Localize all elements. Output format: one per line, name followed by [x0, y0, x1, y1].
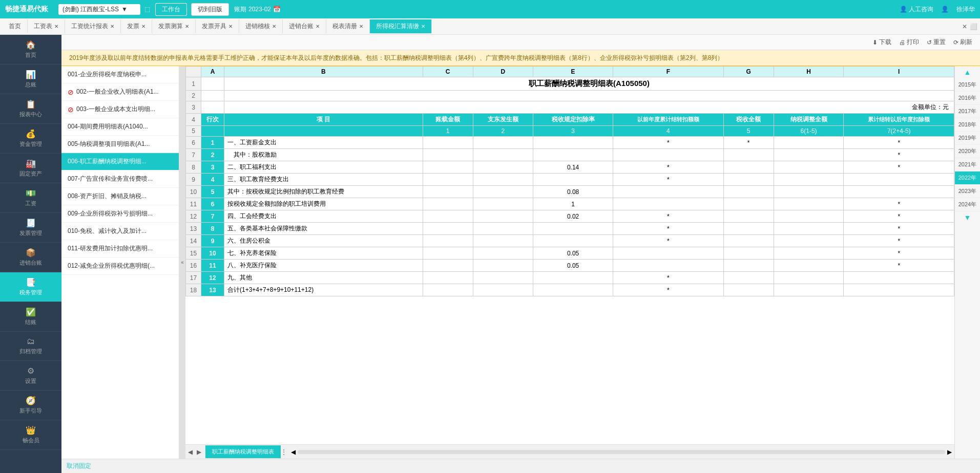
close-tab-invoice[interactable]: ✕ — [141, 24, 145, 29]
left-panel-item-007[interactable]: 007-广告宣传和业务宣传费喷... — [61, 170, 179, 188]
year-nav-down[interactable]: ▼ — [962, 211, 973, 224]
close-window-icon[interactable]: ✕ — [962, 23, 967, 30]
spread-table: A B C D E F G H I — [185, 66, 954, 296]
year-2021[interactable]: 2021年 — [955, 158, 980, 171]
year-2015[interactable]: 2015年 — [955, 78, 980, 92]
support-link[interactable]: 👤 人工咨询 — [900, 5, 933, 14]
year-2024[interactable]: 2024年 — [955, 198, 980, 211]
left-panel-item-006[interactable]: 006-职工薪酬纳税调整明细... — [61, 153, 179, 170]
print-button[interactable]: 🖨 打印 — [899, 38, 919, 47]
year-2019[interactable]: 2019年 — [955, 132, 980, 145]
close-tab-income-tax[interactable]: ✕ — [421, 24, 425, 29]
sidebar-item-settings[interactable]: ⚙ 设置 — [0, 361, 61, 391]
year-2020[interactable]: 2020年 — [955, 145, 980, 158]
close-tab-invoice-open[interactable]: ✕ — [228, 24, 233, 29]
left-panel-item-008[interactable]: 008-资产折旧、摊销及纳税... — [61, 188, 179, 205]
sheet-scroll-right[interactable]: ▶ — [197, 448, 201, 456]
left-panel-item-005[interactable]: 005-纳税调整项目明细表(A1... — [61, 136, 179, 153]
sidebar-item-sales-ledger[interactable]: 📦 进销台账 — [0, 243, 61, 272]
cancel-fixed-button[interactable]: 取消固定 — [67, 462, 91, 470]
close-tab-invoice-calc[interactable]: ✕ — [185, 24, 189, 29]
top-actions: 工作台 切到旧版 — [155, 3, 229, 16]
left-panel-item-004[interactable]: 004-期间费用明细表(A1040... — [61, 118, 179, 136]
tab-tax-book[interactable]: 税表清册 ✕ — [326, 19, 370, 33]
left-panel-item-002[interactable]: ⊘002-一般企业收入明细表(A1... — [61, 83, 179, 101]
tab-payroll[interactable]: 工资表 ✕ — [28, 19, 65, 33]
user-avatar[interactable]: 👤 — [941, 6, 949, 13]
sheet-tab-main[interactable]: 职工薪酬纳税调整明细表 — [205, 445, 281, 458]
sheet-options[interactable]: ⋮ — [281, 448, 287, 456]
left-panel-item-010[interactable]: 010-免税、减计收入及加计... — [61, 223, 179, 240]
tab-home[interactable]: 首页 — [3, 19, 28, 33]
tab-payroll-stat[interactable]: 工资统计报表 ✕ — [65, 19, 121, 33]
reset-button[interactable]: ↺ 重置 — [927, 38, 946, 47]
sidebar-item-close[interactable]: ✅ 结账 — [0, 302, 61, 332]
download-button[interactable]: ⬇ 下载 — [872, 38, 891, 47]
left-panel-item-009[interactable]: 009-企业所得税弥补亏损明细... — [61, 205, 179, 223]
table-row[interactable]: 15 10 七、补充养老保险 0.05 * — [186, 247, 954, 260]
year-nav-up[interactable]: ▲ — [962, 66, 973, 78]
tab-invoice-calc[interactable]: 发票测算 ✕ — [152, 19, 196, 33]
table-row[interactable]: 6 1 一、工资薪金支出 * * * — [186, 137, 954, 149]
table-row[interactable]: 8 3 二、职工福利支出 0.14 * * — [186, 161, 954, 174]
copy-icon[interactable]: ⬚ — [144, 6, 150, 13]
col-d-label: 支东发生额 — [473, 114, 533, 126]
close-tab-purchase-check[interactable]: ✕ — [272, 24, 276, 29]
company-selector[interactable]: (勿删) 江西般宝-LSS ▼ — [58, 4, 140, 15]
sidebar-item-archive[interactable]: 🗂 归档管理 — [0, 332, 61, 361]
top-right: 👤 人工咨询 👤 徐泽华 — [900, 5, 975, 14]
sidebar-item-assets[interactable]: 🏭 固定资产 — [0, 154, 61, 183]
sidebar-item-general-ledger[interactable]: 📊 总账 — [0, 64, 61, 94]
sheet-scroll-bar-left[interactable]: ◀ — [291, 448, 296, 456]
sheet-scrollbar[interactable] — [298, 450, 945, 454]
table-row[interactable]: 10 5 其中：按税收规定比例扣除的职工教育经费 0.08 — [186, 186, 954, 198]
table-row[interactable]: 7 2 其中：股权激励 * — [186, 149, 954, 161]
sidebar-item-home[interactable]: 🏠 首页 — [0, 35, 61, 64]
switch-button[interactable]: 切到旧版 — [191, 3, 229, 16]
table-row[interactable]: 11 6 按税收规定全额扣除的职工培训费用 1 * — [186, 198, 954, 210]
table-row[interactable]: 14 9 六、住房公积金 * * — [186, 235, 954, 247]
year-2022[interactable]: 2022年 — [955, 171, 980, 185]
col-a-header: A — [201, 67, 224, 77]
calendar-icon[interactable]: 📅 — [273, 6, 281, 13]
year-2016[interactable]: 2016年 — [955, 92, 980, 105]
year-2018[interactable]: 2018年 — [955, 118, 980, 132]
sheet-tabs: ◀ ▶ 职工薪酬纳税调整明细表 ⋮ ◀ ▶ — [185, 444, 954, 459]
sheet-scroll-left[interactable]: ◀ — [188, 448, 193, 456]
left-panel-item-012[interactable]: 012-减免企业所得税优惠明细(... — [61, 257, 179, 275]
sidebar-item-invoice-mgmt[interactable]: 🧾 发票管理 — [0, 213, 61, 243]
collapse-button[interactable]: « — [179, 66, 185, 459]
close-tab-tax-book[interactable]: ✕ — [359, 24, 363, 29]
close-tab-payroll-stat[interactable]: ✕ — [110, 24, 114, 29]
close-tab-purchase-ledger[interactable]: ✕ — [316, 24, 320, 29]
company-dropdown-icon[interactable]: ▼ — [121, 6, 128, 13]
tab-purchase-check[interactable]: 进销稽核 ✕ — [239, 19, 283, 33]
maximize-icon[interactable]: ⬜ — [970, 23, 977, 30]
table-row[interactable]: 9 4 三、职工教育经费支出 * — [186, 174, 954, 186]
spreadsheet-wrapper[interactable]: A B C D E F G H I — [185, 66, 954, 444]
sidebar-item-tax[interactable]: 📑 税务管理 — [0, 272, 61, 302]
tab-income-tax[interactable]: 所得税汇算清缴 ✕ — [370, 19, 432, 33]
sidebar-item-member[interactable]: 👑 畅会员 — [0, 420, 61, 450]
table-row[interactable]: 18 13 合计(1+3+4+7+8+9+10+11+12) * — [186, 284, 954, 296]
workspace-button[interactable]: 工作台 — [155, 3, 187, 16]
tab-invoice-open[interactable]: 发票开具 ✕ — [196, 19, 239, 33]
table-row[interactable]: 16 11 八、补充医疗保险 0.05 * — [186, 260, 954, 272]
left-panel-item-003[interactable]: ⊘003-一般企业成本支出明细... — [61, 101, 179, 118]
year-2017[interactable]: 2017年 — [955, 105, 980, 118]
left-panel-item-001[interactable]: 001-企业所得税年度纳税申... — [61, 66, 179, 83]
left-panel-item-011[interactable]: 011-研发费用加计扣除优惠明... — [61, 240, 179, 257]
sidebar-item-guide[interactable]: 🧭 新手引导 — [0, 391, 61, 420]
tab-invoice[interactable]: 发票 ✕ — [121, 19, 152, 33]
sidebar-item-reports[interactable]: 📋 报表中心 — [0, 94, 61, 124]
refresh-button[interactable]: ⟳ 刷新 — [953, 38, 972, 47]
sheet-scroll-bar-right[interactable]: ▶ — [947, 448, 952, 456]
tab-purchase-ledger[interactable]: 进销台账 ✕ — [283, 19, 326, 33]
sidebar-item-payroll[interactable]: 💵 工资 — [0, 183, 61, 213]
year-2023[interactable]: 2023年 — [955, 185, 980, 198]
table-row[interactable]: 12 7 四、工会经费支出 0.02 * * — [186, 210, 954, 223]
table-row[interactable]: 13 8 五、各类基本社会保障性缴款 * * — [186, 223, 954, 235]
sidebar-item-funds[interactable]: 💰 资金管理 — [0, 124, 61, 154]
close-tab-payroll[interactable]: ✕ — [54, 24, 58, 29]
table-row[interactable]: 17 12 九、其他 * — [186, 272, 954, 284]
